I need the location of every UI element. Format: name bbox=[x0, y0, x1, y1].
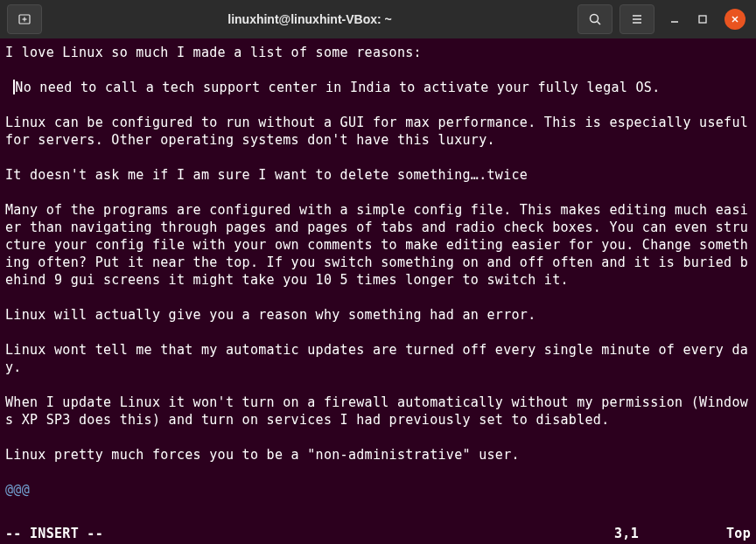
minimize-button[interactable] bbox=[668, 13, 681, 25]
search-icon bbox=[588, 12, 602, 26]
window-title: linuxhint@linuxhint-VBox: ~ bbox=[49, 12, 570, 26]
editor-line: Linux wont tell me that my automatic upd… bbox=[5, 341, 751, 376]
editor-line bbox=[5, 429, 751, 446]
editor-line bbox=[5, 376, 751, 394]
svg-point-3 bbox=[591, 15, 598, 23]
editor-line: Many of the programs are configured with… bbox=[5, 201, 751, 289]
minimize-icon bbox=[669, 14, 680, 24]
editor-line bbox=[5, 61, 751, 79]
editor-line: I love Linux so much I made a list of so… bbox=[5, 44, 751, 61]
menu-button[interactable] bbox=[620, 4, 654, 34]
window-controls bbox=[668, 9, 746, 30]
editor-line bbox=[5, 289, 751, 306]
hamburger-icon bbox=[630, 12, 644, 26]
close-icon bbox=[731, 15, 739, 24]
editor-line: When I update Linux it won't turn on a f… bbox=[5, 394, 751, 429]
editor-marker: @@@ bbox=[5, 481, 751, 499]
search-button[interactable] bbox=[578, 4, 612, 34]
editor-line: Linux will actually give you a reason wh… bbox=[5, 306, 751, 324]
vim-status-line: -- INSERT -- 3,1 Top bbox=[0, 525, 756, 544]
editor-line bbox=[5, 149, 751, 166]
maximize-icon bbox=[697, 14, 708, 24]
editor-line: It doesn't ask me if I am sure I want to… bbox=[5, 166, 751, 184]
editor-line: Linux can be configured to run without a… bbox=[5, 114, 751, 149]
editor-line: Linux pretty much forces you to be a "no… bbox=[5, 446, 751, 464]
close-button[interactable] bbox=[724, 9, 746, 30]
vim-mode: -- INSERT -- bbox=[5, 525, 103, 542]
editor-line-cursor: No need to call a tech support center in… bbox=[5, 79, 751, 96]
vim-cursor-position: 3,1 bbox=[614, 525, 639, 542]
maximize-button[interactable] bbox=[696, 13, 709, 25]
editor-line bbox=[5, 324, 751, 341]
editor-line bbox=[5, 96, 751, 114]
editor-line bbox=[5, 184, 751, 201]
window-titlebar: linuxhint@linuxhint-VBox: ~ bbox=[0, 0, 756, 38]
svg-rect-9 bbox=[699, 16, 706, 23]
terminal-viewport[interactable]: I love Linux so much I made a list of so… bbox=[0, 38, 756, 544]
new-tab-button[interactable] bbox=[7, 4, 42, 34]
vim-scroll-position: Top bbox=[726, 525, 751, 542]
svg-line-4 bbox=[598, 22, 601, 25]
editor-line bbox=[5, 464, 751, 481]
